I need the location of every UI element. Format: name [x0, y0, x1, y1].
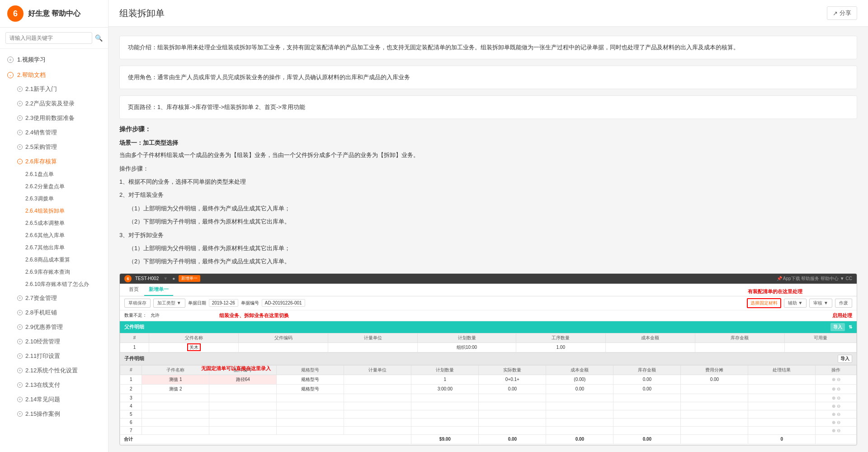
sidebar-item-mobile[interactable]: + 2.8手机旺铺: [17, 306, 108, 319]
sm-plus-icon14: +: [17, 411, 23, 417]
cell-ops[interactable]: ⊕ ⊖: [816, 384, 857, 394]
mock-date-value[interactable]: 2019-12-26: [209, 299, 238, 307]
mock-child-section-label: 子件明细: [124, 355, 144, 362]
sidebar-item-coupon[interactable]: + 2.9优惠券管理: [17, 320, 108, 334]
table-row: 2 测值 2 规格型号 3:00:00 0.00 0.00 0.00: [120, 384, 857, 394]
sidebar-item-install-label: 2.2产品安装及登录: [25, 100, 75, 108]
cell-spec: 规格型号: [277, 384, 344, 394]
info-box-1: 功能介绍：组装拆卸单用来处理企业组装或拆卸等加工业务，支持有固定装配清单的产品加…: [119, 36, 857, 59]
mock-logo: 6: [124, 275, 132, 282]
mock-date-label: 单据日期: [188, 300, 206, 306]
mock-btn-delete[interactable]: 作废: [835, 299, 852, 308]
annotation-enable-area: 启用处理: [832, 312, 852, 319]
mock-btn-type-select[interactable]: 加工类型 ▼: [153, 299, 185, 308]
cell-unit: [344, 375, 411, 384]
mock-btn-save-draft[interactable]: 草稿保存: [124, 299, 151, 308]
sm-plus-icon13: +: [17, 397, 23, 402]
sidebar-item-beginner[interactable]: + 2.1新手入门: [17, 82, 108, 96]
sidebar-item-data[interactable]: + 2.3使用前数据准备: [17, 111, 108, 125]
nav-section-video: + 1.视频学习: [0, 52, 108, 67]
sidebar-item-inventory-268[interactable]: 2.6.8商品成本重算: [25, 254, 108, 266]
sm-plus-icon6: +: [17, 295, 23, 301]
sidebar-item-faq[interactable]: + 2.14常见问题: [17, 393, 108, 406]
cell-ops[interactable]: ⊕ ⊖: [816, 375, 857, 384]
sidebar-item-inventory-263[interactable]: 2.6.3调拨单: [25, 193, 108, 205]
sidebar-item-inventory-265[interactable]: 2.6.5成本调整单: [25, 217, 108, 229]
mock-tab-home[interactable]: 首页: [124, 284, 143, 296]
table-row: 6⊕ ⊖: [120, 418, 857, 426]
sidebar-item-print[interactable]: + 2.11打印设置: [17, 349, 108, 363]
mock-child-col-ops: 操作: [816, 365, 857, 375]
sidebar-item-mgmt[interactable]: + 2.10经营管理: [17, 335, 108, 348]
sm-plus-icon2: +: [17, 101, 23, 106]
mock-tab-current[interactable]: 新增单一: [144, 284, 173, 296]
table-row: 1 测值 1 路径64 规格型号 1 0+0.1+ (0.00) 0.00 0.…: [120, 375, 857, 384]
sidebar-item-purchase-label: 2.5采购管理: [25, 143, 57, 151]
sidebar-item-data-label: 2.3使用前数据准备: [25, 114, 75, 122]
cell-cost: 0.00: [546, 384, 613, 394]
sidebar-item-inventory[interactable]: - 2.6库存核算: [17, 155, 108, 168]
logo-text: 好生意 帮助中心: [28, 9, 80, 19]
mock-no-value[interactable]: AD-20191226-001: [262, 299, 305, 307]
nav-sub-section-coupon: + 2.9优惠券管理: [17, 320, 108, 334]
step3-2: （2）下部明细为子件明细，最终作为产成品生成其它入库单。: [119, 256, 857, 266]
sidebar-item-docs[interactable]: - 2.帮助文档: [0, 68, 108, 82]
mock-btn-review[interactable]: 审核 ▼: [809, 299, 832, 308]
cell-num: 2: [120, 384, 142, 394]
sm-plus-icon7: +: [17, 310, 23, 315]
mock-parent-table-wrapper: # 父件名称 父件编码 计量单位 计划数量 工序数量 成本金额 库存金额 可用量: [120, 333, 857, 352]
nav-sub-section-purchase: + 2.5采购管理: [17, 140, 108, 154]
sidebar-item-inventory-2610[interactable]: 2.6.10库存账本错了怎么办: [25, 278, 108, 290]
step2: 2、对于组装业务: [119, 190, 857, 200]
step2-1: （1）上部明细为父件明细，最终作为产成品生成其它入库单；: [119, 203, 857, 214]
cell-stock-amt: [695, 343, 784, 352]
sidebar-item-finance-label: 2.7资金管理: [25, 294, 57, 302]
docs-subitems: + 2.1新手入门 + 2.2产品安装及登录 + 2.3使用前数据准备: [0, 82, 108, 421]
sidebar-item-inventory-269[interactable]: 2.6.9库存账本查询: [25, 266, 108, 278]
table-row: 4⊕ ⊖: [120, 402, 857, 410]
mock-parent-col-stock-amt: 库存金额: [695, 333, 784, 343]
mock-child-btn-import[interactable]: 导入: [838, 355, 852, 363]
mock-qty-value: 允许: [151, 312, 160, 319]
cell-plan-qty: 1: [411, 375, 479, 384]
mock-btn-more[interactable]: 辅助 ▼: [784, 299, 807, 308]
sidebar-item-inventory-262[interactable]: 2.6.2分量盘点单: [25, 181, 108, 193]
operation-title: 操作步骤：: [119, 125, 857, 133]
inventory-subitems: 2.6.1盘点单 2.6.2分量盘点单 2.6.3调拨单 2.6.4组装拆卸单 …: [17, 168, 108, 290]
annotation-enable-text: 启用处理: [832, 312, 852, 319]
mock-parent-btn-add[interactable]: 导入: [830, 323, 845, 331]
sm-plus-icon9: +: [17, 339, 23, 344]
mock-child-col-stock-amt: 库存金额: [613, 365, 681, 375]
sidebar-item-video[interactable]: + 1.视频学习: [0, 52, 108, 67]
search-icon[interactable]: 🔍: [95, 34, 103, 42]
nav-sub-section-install: + 2.2产品安装及登录: [17, 97, 108, 110]
cell-alloc: 0.00: [681, 375, 748, 384]
sidebar-item-inventory-267[interactable]: 2.6.7其他出库单: [25, 242, 108, 254]
sidebar-item-payment[interactable]: + 2.13在线支付: [17, 378, 108, 392]
mock-btn-select-material[interactable]: 选择固定材料: [747, 298, 781, 308]
annotation-free-entry: 无固定清单可以直接在这里录入: [201, 365, 271, 372]
sidebar-item-cases[interactable]: + 2.15操作案例: [17, 407, 108, 421]
sidebar-item-inventory-266[interactable]: 2.6.6其他入库单: [25, 229, 108, 242]
cell-name: 测值 1: [142, 375, 209, 384]
sidebar-item-cases-label: 2.15操作案例: [25, 410, 60, 418]
sidebar-item-inventory-264[interactable]: 2.6.4组装拆卸单: [25, 205, 108, 217]
mock-parent-col-unit: 计量单位: [328, 333, 418, 343]
mock-footer-val2: 0.00: [479, 434, 546, 444]
share-button[interactable]: ↗ 分享: [827, 6, 857, 20]
sidebar-item-finance[interactable]: + 2.7资金管理: [17, 291, 108, 305]
sidebar-item-install[interactable]: + 2.2产品安装及登录: [17, 97, 108, 110]
steps-title: 操作步骤：: [119, 163, 857, 174]
sidebar-item-settings[interactable]: + 2.12系统个性化设置: [17, 364, 108, 377]
main-header: 组装拆卸单 ↗ 分享: [108, 0, 868, 27]
mock-child-col-name: 子件名称: [142, 365, 209, 375]
minus-icon: -: [7, 72, 14, 78]
table-row: 5⊕ ⊖: [120, 410, 857, 418]
mock-child-col-alloc: 费用分摊: [681, 365, 748, 375]
sidebar-item-purchase[interactable]: + 2.5采购管理: [17, 140, 108, 154]
nav-sub-section-sales: + 2.4销售管理: [17, 126, 108, 139]
sidebar-item-sales[interactable]: + 2.4销售管理: [17, 126, 108, 139]
sidebar-item-inventory-261[interactable]: 2.6.1盘点单: [25, 168, 108, 181]
cell-cost: [605, 343, 695, 352]
search-input[interactable]: [5, 32, 92, 44]
